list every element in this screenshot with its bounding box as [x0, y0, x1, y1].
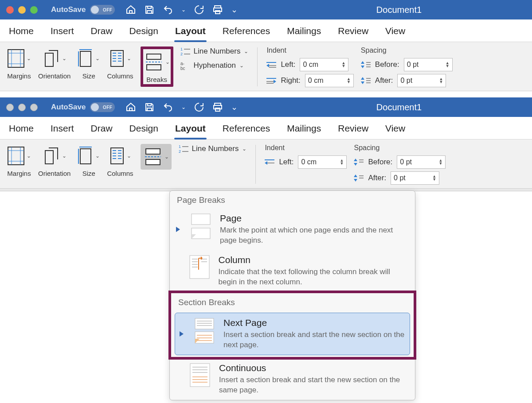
breaks-button[interactable]: ⌄ Breaks [144, 50, 170, 83]
svg-marker-30 [266, 64, 269, 67]
svg-text:1: 1 [179, 144, 181, 149]
qat-customize-caret[interactable]: ⌄ [231, 102, 238, 112]
tab-home[interactable]: Home [8, 24, 35, 42]
indent-right-input[interactable]: 0 cm▲▼ [305, 74, 354, 87]
tab-draw[interactable]: Draw [90, 24, 113, 42]
svg-text:2: 2 [180, 52, 183, 56]
columns-icon [109, 49, 125, 68]
columns-button[interactable]: ⌄ Columns [107, 46, 133, 80]
zoom-window-button[interactable] [30, 104, 38, 111]
save-icon[interactable] [144, 102, 155, 112]
minimize-window-button[interactable] [18, 104, 26, 111]
svg-rect-94 [195, 318, 214, 329]
spacing-before-input[interactable]: 0 pt▲▼ [404, 58, 453, 71]
tab-layout[interactable]: Layout [174, 121, 207, 139]
autosave-label: AutoSave [51, 103, 86, 112]
columns-button[interactable]: ⌄ Columns [107, 144, 133, 177]
undo-icon[interactable] [163, 4, 173, 15]
indent-right-icon [266, 77, 276, 84]
orientation-button[interactable]: ⌄ Orientation [38, 46, 70, 80]
size-button[interactable]: ⌄ Size [78, 46, 100, 80]
spacing-after-input[interactable]: 0 pt▲▼ [391, 171, 439, 185]
autosave-toggle[interactable]: OFF [90, 102, 115, 112]
separator [257, 47, 258, 86]
minimize-window-button[interactable] [18, 6, 26, 14]
indent-left-input[interactable]: 0 cm▲▼ [300, 58, 348, 71]
tutorial-highlight-section-breaks: Section Breaks Next Page Insert a sectio… [168, 291, 416, 360]
tab-design[interactable]: Design [129, 24, 159, 42]
tab-mailings[interactable]: Mailings [286, 121, 322, 139]
quick-access-toolbar: ⌄ ⌄ [125, 4, 238, 15]
chevron-down-icon: ⌄ [95, 153, 100, 159]
tab-draw[interactable]: Draw [90, 121, 113, 139]
tab-layout[interactable]: Layout [174, 24, 207, 42]
ribbon-tabs: Home Insert Draw Design Layout Reference… [0, 19, 532, 42]
save-icon[interactable] [144, 4, 155, 15]
margins-icon [7, 146, 25, 166]
orientation-button[interactable]: ⌄ Orientation [38, 144, 70, 177]
svg-rect-8 [80, 51, 91, 66]
quick-access-toolbar: ⌄ ⌄ [125, 102, 238, 112]
spacing-before-input[interactable]: 0 pt▲▼ [397, 155, 446, 169]
redo-icon[interactable] [194, 4, 204, 15]
close-window-button[interactable] [6, 6, 14, 14]
autosave: AutoSave OFF [51, 5, 115, 15]
tab-insert[interactable]: Insert [50, 24, 75, 42]
columns-icon [109, 146, 125, 166]
svg-rect-55 [80, 149, 91, 164]
home-icon[interactable] [125, 4, 136, 15]
print-icon[interactable] [212, 4, 223, 15]
line-numbers-button[interactable]: 12 Line Numbers ⌄ [179, 144, 247, 154]
tab-home[interactable]: Home [8, 121, 35, 139]
margins-button[interactable]: ⌄ Margins [7, 46, 31, 80]
menu-item-column-break[interactable]: Column Indicate that the text following … [170, 250, 415, 292]
orientation-icon [43, 49, 60, 68]
close-window-button[interactable] [6, 104, 14, 111]
document-title: Document1 [376, 5, 422, 15]
svg-marker-75 [265, 161, 267, 165]
spacing-after-input[interactable]: 0 pt▲▼ [397, 74, 446, 87]
chevron-down-icon: ⌄ [127, 153, 131, 159]
undo-dropdown-caret[interactable]: ⌄ [181, 104, 186, 110]
svg-marker-77 [354, 159, 357, 161]
tab-review[interactable]: Review [337, 121, 369, 139]
undo-icon[interactable] [163, 102, 173, 112]
undo-dropdown-caret[interactable]: ⌄ [181, 7, 186, 13]
chevron-down-icon: ⌄ [62, 153, 66, 159]
tab-references[interactable]: References [222, 24, 271, 42]
tab-design[interactable]: Design [129, 121, 159, 139]
tab-view[interactable]: View [384, 24, 406, 42]
margins-button[interactable]: ⌄ Margins [7, 144, 31, 177]
svg-rect-67 [146, 149, 160, 154]
home-icon[interactable] [125, 102, 136, 112]
indent-group: Indent Left: 0 cm▲▼ [265, 144, 347, 169]
breaks-button-open[interactable]: ⌄ [141, 144, 172, 170]
svg-marker-34 [274, 80, 276, 83]
menu-item-page-break[interactable]: Page Mark the point at which one page en… [170, 209, 415, 250]
tab-view[interactable]: View [384, 121, 406, 139]
menu-item-next-page[interactable]: Next Page Insert a section break and sta… [175, 313, 410, 355]
indent-left-input[interactable]: 0 cm▲▼ [298, 155, 347, 169]
tab-insert[interactable]: Insert [50, 121, 75, 139]
spacing-before-icon [354, 159, 364, 166]
print-icon[interactable] [212, 102, 223, 112]
chevron-down-icon: ⌄ [62, 55, 66, 62]
svg-rect-85 [192, 214, 210, 225]
next-page-break-icon [192, 318, 217, 344]
spacing-group: Spacing Before: 0 pt▲▼ After: 0 pt▲▼ [361, 46, 453, 87]
size-button[interactable]: ⌄ Size [78, 144, 100, 177]
tab-mailings[interactable]: Mailings [286, 24, 322, 42]
autosave: AutoSave OFF [51, 102, 115, 112]
qat-customize-caret[interactable]: ⌄ [231, 5, 238, 15]
autosave-toggle[interactable]: OFF [90, 5, 115, 15]
menu-item-continuous[interactable]: Continuous Insert a section break and st… [170, 358, 415, 382]
chevron-down-icon: ⌄ [165, 59, 170, 65]
hyphenation-button[interactable]: a-bc Hyphenation ⌄ [180, 61, 249, 70]
tab-review[interactable]: Review [337, 24, 369, 42]
tab-references[interactable]: References [222, 121, 271, 139]
redo-icon[interactable] [194, 102, 204, 112]
indent-left-icon [265, 159, 274, 166]
line-numbers-button[interactable]: 12 Line Numbers ⌄ [180, 46, 249, 56]
zoom-window-button[interactable] [30, 6, 38, 14]
section-breaks-header: Section Breaks [171, 293, 414, 311]
